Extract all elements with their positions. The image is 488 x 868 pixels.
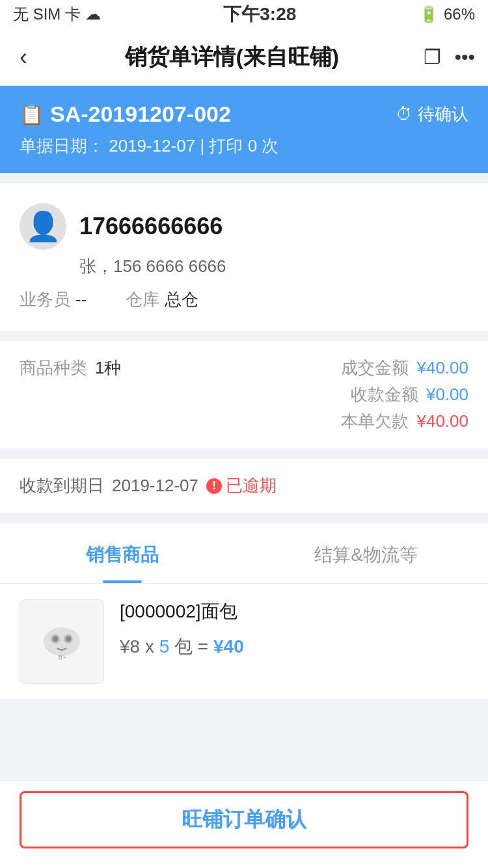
debt-amount-label: 本单欠款 <box>341 410 409 433</box>
order-status-text: 待确认 <box>418 103 468 126</box>
overdue-text: 已逾期 <box>226 474 277 497</box>
tab-settlement[interactable]: 结算&物流等 <box>244 523 488 583</box>
salesperson-label: 业务员 <box>20 288 70 311</box>
order-date: 2019-12-07 <box>109 136 195 156</box>
order-header-top: 📋 SA-20191207-002 ⏱ 待确认 <box>20 102 468 127</box>
debt-amount-value: ¥40.00 <box>416 411 468 431</box>
order-status-badge: ⏱ 待确认 <box>396 103 468 126</box>
product-qty: 5 <box>159 636 170 657</box>
sim-status: 无 SIM 卡 ☁ <box>13 4 101 25</box>
tabs-header: 销售商品 结算&物流等 <box>0 523 488 584</box>
svg-point-0 <box>44 627 80 656</box>
order-header-card: 📋 SA-20191207-002 ⏱ 待确认 单据日期： 2019-12-07… <box>0 86 488 173</box>
customer-row: 👤 17666666666 <box>20 203 468 250</box>
received-amount-value: ¥0.00 <box>426 385 468 405</box>
order-print-info: | 打印 0 次 <box>200 136 278 156</box>
warehouse-label: 仓库 <box>126 288 159 311</box>
battery-level: 66% <box>444 5 475 23</box>
tab-products[interactable]: 销售商品 <box>0 523 244 583</box>
transaction-amount-row: 成交金额 ¥40.00 <box>341 357 468 379</box>
tabs-section: 销售商品 结算&物流等 野+ [0000002]面包 <box>0 523 488 699</box>
battery-icon: 🔋 <box>419 5 439 23</box>
price-value: ¥8 <box>120 636 140 657</box>
received-amount-label: 收款金额 <box>351 383 418 406</box>
product-type-info: 商品种类 1种 <box>20 357 121 379</box>
summary-row: 商品种类 1种 成交金额 ¥40.00 收款金额 ¥0.00 本单欠款 ¥40.… <box>20 357 468 433</box>
bottom-bar: 旺铺订单确认 <box>0 780 488 868</box>
confirm-order-button[interactable]: 旺铺订单确认 <box>20 791 468 848</box>
product-thumb-svg: 野+ <box>36 622 88 661</box>
svg-point-3 <box>53 636 58 642</box>
order-icon: 📋 <box>20 103 44 126</box>
transaction-amount-value: ¥40.00 <box>416 358 468 378</box>
status-bar: 无 SIM 卡 ☁ 下午3:28 🔋 66% <box>0 0 488 29</box>
order-meta: 单据日期： 2019-12-07 | 打印 0 次 <box>20 135 468 157</box>
equals-sign: = <box>198 636 213 657</box>
due-date-label: 收款到期日 <box>20 474 104 497</box>
transaction-amount-label: 成交金额 <box>341 357 409 379</box>
product-price: ¥8 x 5 包 = ¥40 <box>120 634 468 659</box>
nav-right-actions: ❐ ••• <box>424 46 475 68</box>
back-button[interactable]: ‹ <box>13 37 34 77</box>
product-name: [0000002]面包 <box>120 599 468 624</box>
unit-text: 包 <box>174 636 193 657</box>
share-icon[interactable]: ❐ <box>424 46 441 68</box>
product-item: 野+ [0000002]面包 ¥8 x 5 包 = ¥40 <box>20 599 468 684</box>
due-date-section: 收款到期日 2019-12-07 ! 已逾期 <box>0 459 488 513</box>
multiply-sign: x <box>145 636 159 657</box>
order-date-label: 单据日期： <box>20 136 104 156</box>
product-thumbnail: 野+ <box>20 599 104 684</box>
avatar: 👤 <box>20 203 66 250</box>
customer-name: 张，156 6666 6666 <box>79 255 468 278</box>
order-id-text: SA-20191207-002 <box>50 102 231 127</box>
overdue-dot-icon: ! <box>206 478 222 494</box>
customer-info-row: 业务员 -- 仓库 总仓 <box>20 288 468 311</box>
product-list: 野+ [0000002]面包 ¥8 x 5 包 = ¥40 <box>0 584 488 699</box>
avatar-icon: 👤 <box>25 210 61 243</box>
page-title: 销货单详情(来自旺铺) <box>40 42 424 72</box>
product-info: [0000002]面包 ¥8 x 5 包 = ¥40 <box>120 599 468 659</box>
svg-text:野+: 野+ <box>58 655 66 660</box>
salesperson-value: -- <box>75 290 87 310</box>
due-date-value: 2019-12-07 <box>112 476 198 496</box>
overdue-badge: ! 已逾期 <box>206 474 277 497</box>
amount-info: 成交金额 ¥40.00 收款金额 ¥0.00 本单欠款 ¥40.00 <box>341 357 468 433</box>
debt-amount-row: 本单欠款 ¥40.00 <box>341 410 468 433</box>
product-type-label: 商品种类 <box>20 357 87 379</box>
received-amount-row: 收款金额 ¥0.00 <box>351 383 468 406</box>
clock-icon: ⏱ <box>396 104 413 124</box>
tab-products-label: 销售商品 <box>86 545 159 565</box>
more-icon[interactable]: ••• <box>454 46 475 68</box>
warehouse-value: 总仓 <box>165 288 198 311</box>
order-id: 📋 SA-20191207-002 <box>20 102 231 127</box>
summary-section: 商品种类 1种 成交金额 ¥40.00 收款金额 ¥0.00 本单欠款 ¥40.… <box>0 341 488 448</box>
customer-section: 👤 17666666666 张，156 6666 6666 业务员 -- 仓库 … <box>0 183 488 331</box>
customer-phone: 17666666666 <box>79 213 223 240</box>
svg-point-4 <box>66 636 71 642</box>
product-type-value: 1种 <box>95 357 121 379</box>
tab-settlement-label: 结算&物流等 <box>314 545 418 565</box>
status-left: 无 SIM 卡 ☁ <box>13 4 101 25</box>
nav-bar: ‹ 销货单详情(来自旺铺) ❐ ••• <box>0 29 488 86</box>
status-right: 🔋 66% <box>419 5 475 23</box>
product-total: ¥40 <box>213 636 244 657</box>
status-time: 下午3:28 <box>223 2 296 27</box>
